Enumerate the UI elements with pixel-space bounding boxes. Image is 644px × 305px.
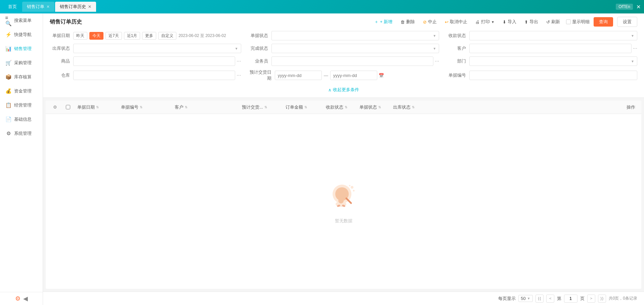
last-page-button[interactable]: ⟩⟩ (598, 295, 606, 303)
warehouse-input[interactable] (73, 71, 235, 80)
tab-home[interactable]: + 新增 首页 (3, 2, 22, 12)
refresh-button[interactable]: ↺ 刷新 (544, 17, 562, 26)
sidebar-item-search[interactable]: ≡🔍 搜索菜单 (0, 13, 43, 28)
date-btn-today[interactable]: 今天 (89, 32, 103, 40)
th-actions-label: 操作 (627, 104, 635, 110)
delete-button[interactable]: 🗑 删除 (398, 17, 417, 26)
complete-select[interactable]: ▼ (271, 44, 439, 53)
payment-select[interactable]: ▼ (469, 31, 637, 40)
th-delivery[interactable]: 预计交货... ⇅ (239, 104, 283, 110)
svg-point-4 (351, 186, 353, 189)
often-label[interactable]: OfTEn (616, 4, 633, 10)
calendar-icon[interactable]: 📅 (377, 73, 385, 78)
dept-select[interactable]: ▼ (469, 56, 637, 66)
filter-col-delivery-date: 预计交货日期 — 📅 (248, 69, 446, 81)
product-input[interactable] (73, 56, 235, 66)
page-number-input[interactable] (564, 295, 577, 303)
sidebar-label-operations: 经营管理 (14, 102, 32, 108)
select-all-checkbox[interactable] (66, 105, 70, 109)
sidebar-item-finance[interactable]: 💰 资金管理 (0, 84, 43, 98)
settings-button[interactable]: 设置 (617, 17, 637, 27)
page-unit: 页 (580, 296, 585, 302)
prev-page-button[interactable]: ＜ (546, 295, 554, 303)
th-payment-sort: ⇅ (345, 105, 347, 109)
filter-col-dept: 部门 ▼ (446, 56, 637, 66)
delivery-date-end[interactable] (330, 71, 377, 80)
page-size-select[interactable]: 50 ▼ (518, 295, 532, 302)
filter-col-date: 单据日期 昨天 今天 近7天 近1月 更多 自定义 2023-06-02 至 2… (50, 32, 248, 40)
delivery-date-start[interactable] (275, 71, 322, 80)
th-doc-status[interactable]: 单据状态 ⇅ (357, 104, 390, 110)
dept-dropdown-icon: ▼ (631, 60, 634, 63)
sidebar-item-nav[interactable]: ⚡ 快捷导航 (0, 28, 43, 42)
tab-sales-order-history[interactable]: 销售订单历史 ✕ (55, 2, 96, 12)
sales-order-label: 销售订单 (27, 4, 44, 10)
display-toggle[interactable]: 显示明细 (566, 19, 590, 25)
next-page-button[interactable]: ＞ (587, 295, 595, 303)
th-customer[interactable]: 客户 ⇅ (172, 104, 239, 110)
tab-sales-order[interactable]: 销售订单 ✕ (22, 2, 54, 12)
date-btn-yesterday[interactable]: 昨天 (73, 32, 87, 40)
sidebar-bottom: ⚙ ◀ (0, 292, 43, 305)
delete-icon: 🗑 (400, 20, 405, 25)
th-out-status[interactable]: 出库状态 ⇅ (390, 104, 431, 110)
th-date[interactable]: 单据日期 ⇅ (75, 104, 118, 110)
sidebar-item-system[interactable]: ⚙ 系统管理 (0, 126, 43, 141)
sidebar-item-purchase[interactable]: 🛒 采购管理 (0, 56, 43, 70)
import-icon: ⬇ (503, 20, 506, 25)
status-select[interactable]: ▼ (271, 31, 439, 40)
th-amount[interactable]: 订单金额 ⇅ (283, 104, 323, 110)
stop-button[interactable]: ⊘ 中止 (421, 17, 439, 26)
sidebar-label-inventory: 库存核算 (14, 74, 32, 80)
customer-filter-label: 客户 (446, 45, 469, 51)
sidebar-item-inventory[interactable]: 📦 库存核算 (0, 70, 43, 84)
date-btn-more[interactable]: 更多 (142, 32, 156, 40)
collapse-up-icon: ∧ (328, 87, 332, 92)
filter-col-docnumber: 单据编号 (446, 71, 637, 80)
first-page-button[interactable]: ⟨⟨ (535, 295, 544, 303)
window-close-icon[interactable]: ✕ (636, 4, 641, 10)
print-button[interactable]: 🖨 打印 ▼ (473, 17, 497, 26)
query-button[interactable]: 查询 (594, 17, 613, 27)
system-icon: ⚙ (5, 130, 11, 137)
delivery-select[interactable]: ▼ (73, 44, 241, 53)
status-filter-label: 单据状态 (248, 33, 271, 39)
sidebar-item-operations[interactable]: 📋 经营管理 (0, 98, 43, 112)
customer-input[interactable] (469, 44, 631, 53)
th-docstatus-label: 单据状态 (359, 104, 377, 110)
export-button[interactable]: ⬆ 导出 (522, 17, 540, 26)
th-number[interactable]: 单据编号 ⇅ (118, 104, 172, 110)
collapse-bar[interactable]: ∧ 收起更多条件 (50, 85, 637, 94)
filter-row-1: 单据日期 昨天 今天 近7天 近1月 更多 自定义 2023-06-02 至 2… (50, 31, 637, 40)
page-title-row: 销售订单历史 ＋ + 新增 🗑 删除 ⊘ 中止 ↩ (50, 17, 637, 27)
display-checkbox[interactable] (566, 20, 571, 24)
sidebar-label-system: 系统管理 (14, 130, 32, 137)
customer-more-icon[interactable]: ··· (633, 45, 637, 51)
date-btn-custom[interactable]: 自定义 (158, 32, 176, 40)
product-more-icon[interactable]: ··· (237, 58, 241, 64)
date-btn-7days[interactable]: 近7天 (105, 32, 122, 40)
tab-close-history[interactable]: ✕ (88, 4, 91, 9)
settings-bottom-icon[interactable]: ⚙ (15, 295, 20, 302)
date-btn-1month[interactable]: 近1月 (124, 32, 140, 40)
salesman-input[interactable] (271, 56, 433, 66)
tab-close-sales-order[interactable]: ✕ (46, 4, 50, 9)
th-payment-status[interactable]: 收款状态 ⇅ (323, 104, 357, 110)
th-checkbox[interactable] (61, 105, 75, 109)
import-button[interactable]: ⬇ 导入 (501, 17, 518, 26)
sidebar-item-sales[interactable]: 📊 销售管理 (0, 42, 43, 56)
complete-filter-label: 完成状态 (248, 45, 271, 51)
new-button[interactable]: ＋ + 新增 (372, 17, 394, 26)
new-icon: ＋ (374, 19, 379, 25)
empty-state: 暂无数据 (46, 114, 641, 289)
sidebar-item-basic[interactable]: 📄 基础信息 (0, 112, 43, 126)
collapse-sidebar-icon[interactable]: ◀ (23, 295, 28, 302)
main-layout: ≡🔍 搜索菜单 ⚡ 快捷导航 📊 销售管理 🛒 采购管理 📦 库存核算 💰 资金… (0, 13, 644, 305)
docnumber-input[interactable] (469, 71, 637, 80)
th-actions: 操作 (431, 104, 638, 110)
column-settings-icon[interactable]: ⚙ (49, 105, 61, 110)
cancel-stop-button[interactable]: ↩ 取消中止 (443, 17, 469, 26)
warehouse-more-icon[interactable]: ··· (237, 72, 241, 78)
filter-panel: 销售订单历史 ＋ + 新增 🗑 删除 ⊘ 中止 ↩ (43, 13, 644, 98)
salesman-more-icon[interactable]: ··· (435, 58, 439, 64)
